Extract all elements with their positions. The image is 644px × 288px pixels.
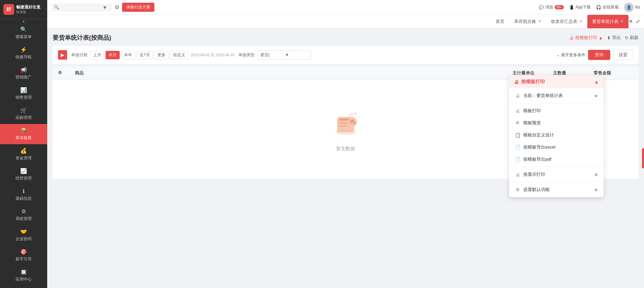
sidebar-item-企业微信[interactable]: 💬企业微信 — [0, 286, 47, 288]
default-func-left: ⚙ 设置默认功能 — [515, 187, 550, 193]
date-btn-近7天[interactable]: 近7天 — [137, 51, 153, 59]
query-btn[interactable]: 查询 — [588, 50, 610, 60]
nav-icon-2: 📢 — [20, 67, 27, 73]
nav-icon-6: 💰 — [20, 148, 27, 154]
sidebar-item-搜索菜单[interactable]: 🔍搜索菜单 — [0, 23, 47, 43]
tab-close-icon-3[interactable]: ✕ — [620, 19, 623, 24]
messages-btn[interactable]: 💬 消息 99+ — [539, 4, 564, 10]
sidebar-item-基础信息[interactable]: ℹ基础信息 — [0, 185, 47, 205]
sidebar-item-企业协同[interactable]: 🤝企业协同 — [0, 225, 47, 245]
message-icon: 💬 — [539, 5, 544, 10]
filter-expand-btn[interactable]: ▶ — [58, 50, 67, 60]
sidebar-item-快捷导航[interactable]: ⚡快捷导航 — [0, 43, 47, 63]
sidebar-item-经营管理[interactable]: 📈经营管理 — [0, 164, 47, 185]
nav-icon-1: ⚡ — [20, 46, 27, 53]
tab-close-icon-2[interactable]: ✕ — [579, 19, 582, 24]
sidebar-item-采购管理[interactable]: 🛒采购管理 — [0, 104, 47, 124]
sidebar-item-系统管理[interactable]: ⚙系统管理 — [0, 205, 47, 225]
scrollbar-indicator[interactable] — [642, 148, 644, 168]
print-btn[interactable]: 🖨 按模板打印 ▲ — [569, 35, 603, 41]
sidebar-item-营销推广[interactable]: 📢营销推广 — [0, 63, 47, 84]
print-item-icon-1: 👁 — [515, 120, 521, 126]
print-item-3[interactable]: 📄按模板导出excel — [509, 141, 604, 153]
date-btn-更多[interactable]: 更多 — [154, 51, 169, 59]
settings-filter-btn[interactable]: 设置 — [613, 50, 633, 60]
type-filter-group: 单据类型 要货( ▼ — [238, 51, 311, 60]
avatar-icon: 👤 — [624, 3, 634, 12]
sidebar-logo: 好 畅捷通好生意 标准版 — [0, 0, 47, 19]
date-btn-上月[interactable]: 上月 — [90, 51, 104, 59]
search-dropdown-btn[interactable]: ▼ — [103, 5, 107, 10]
nav-icon-12: 🔲 — [20, 269, 27, 275]
main-area: 🔍 ▼ ⚙ 体验行业方案 💬 消息 99+ 📱 App下载 🎧 在线客服 👤 — [47, 0, 644, 288]
topbar-settings-btn[interactable]: ⚙ — [115, 4, 119, 10]
tab-库存批次账[interactable]: 库存批次账✕ — [509, 15, 546, 28]
date-btn-本年[interactable]: 本年 — [121, 51, 135, 59]
nav-icon-0: 🔍 — [20, 26, 27, 33]
sidebar: 好 畅捷通好生意 标准版 ▲ 🔍搜索菜单⚡快捷导航📢营销推广📊销售管理🛒采购管理… — [0, 0, 47, 288]
date-filter-group: 单据日期 上月本月本年近7天更多自定义 2023-06-01 至 2023-06… — [71, 51, 234, 59]
sidebar-item-库存核算[interactable]: 📦库存核算 — [0, 124, 47, 144]
tab-首页[interactable]: 首页 — [491, 15, 509, 28]
display-print-item[interactable]: 🖨 按显示打印 ▶ — [509, 168, 604, 181]
print-item-4[interactable]: 📄按模板导出pdf — [509, 153, 604, 165]
search-input[interactable] — [61, 5, 101, 10]
scroll-up-btn[interactable]: ▲ — [0, 19, 47, 23]
print-current-left: 🖨 当前：要货单统计表 — [515, 93, 563, 99]
print-dropdown-chevron-up-icon: ▲ — [594, 79, 599, 85]
print-current-item[interactable]: 🖨 当前：要货单统计表 ▶ — [509, 90, 604, 102]
online-service-btn[interactable]: 🎧 在线客服 — [596, 4, 619, 10]
page-actions: 🖨 按模板打印 ▲ ⬆ 导出 ↻ 刷新 — [569, 35, 639, 41]
default-func-item[interactable]: ⚙ 设置默认功能 ▶ — [509, 184, 604, 196]
download-icon: 📱 — [569, 5, 574, 10]
app-logo-icon: 好 — [3, 4, 14, 15]
trial-btn[interactable]: 体验行业方案 — [122, 3, 154, 12]
print-icon: 🖨 — [569, 35, 574, 40]
export-btn[interactable]: ⬆ 导出 — [607, 35, 621, 41]
th-settings[interactable]: ⚙ — [53, 70, 69, 76]
sidebar-item-新手引导[interactable]: 🎯新手引导 — [0, 245, 47, 265]
tab-expand-btn[interactable]: ⤢ — [636, 18, 640, 25]
print-item-icon-4: 📄 — [515, 157, 521, 162]
print-current-section: 🖨 当前：要货单统计表 ▶ — [509, 88, 604, 103]
print-item-2[interactable]: 📋模板自定义设计 — [509, 129, 604, 141]
print-dropdown-header[interactable]: 🖨 按模板打印 ▲ — [509, 75, 604, 88]
app-download-btn[interactable]: 📱 App下载 — [569, 4, 591, 10]
date-filter-label: 单据日期 — [71, 52, 87, 58]
sidebar-item-应用中心[interactable]: 🔲应用中心 — [0, 265, 47, 286]
date-range-text: 2023-06-01 至 2023-06-30 — [191, 53, 235, 58]
select-dropdown-icon: ▼ — [285, 53, 308, 57]
app-logo-text: 畅捷通好生意 标准版 — [16, 4, 40, 15]
svg-point-7 — [355, 113, 357, 115]
current-print-icon: 🖨 — [515, 93, 521, 98]
refresh-icon: ↻ — [625, 35, 628, 40]
sidebar-item-销售管理[interactable]: 📊销售管理 — [0, 84, 47, 104]
tab-close-all-btn[interactable]: ✕ — [628, 18, 633, 25]
print-item-icon-3: 📄 — [515, 145, 521, 150]
print-item-0[interactable]: 🖨模板打印 — [509, 105, 604, 117]
svg-rect-3 — [339, 122, 349, 124]
expand-more-btn[interactable]: ⌄ 展开更多条件 — [556, 52, 585, 58]
user-avatar[interactable]: 👤 Rit — [624, 3, 640, 12]
date-btn-本月[interactable]: 本月 — [106, 51, 120, 59]
date-btn-自定义[interactable]: 自定义 — [170, 51, 188, 59]
display-print-chevron-icon: ▶ — [595, 172, 598, 177]
service-icon: 🎧 — [596, 5, 601, 10]
print-dropdown-title: 🖨 按模板打印 — [514, 79, 545, 85]
print-item-icon-2: 📋 — [515, 132, 521, 138]
print-dropdown-icon: 🖨 — [514, 79, 519, 85]
sidebar-item-资金管理[interactable]: 💰资金管理 — [0, 144, 47, 164]
tab-close-icon-1[interactable]: ✕ — [538, 19, 541, 24]
tab-要货单统计表[interactable]: 要货单统计表✕ — [587, 15, 628, 28]
type-filter-select[interactable]: 要货( ▼ — [257, 51, 311, 60]
topbar-right: 💬 消息 99+ 📱 App下载 🎧 在线客服 👤 Rit — [539, 3, 640, 12]
export-icon: ⬆ — [607, 35, 611, 40]
filter-bar: ▶ 单据日期 上月本月本年近7天更多自定义 2023-06-01 至 2023-… — [53, 46, 639, 64]
date-buttons: 上月本月本年近7天更多自定义 — [90, 51, 188, 59]
refresh-btn[interactable]: ↻ 刷新 — [625, 35, 639, 41]
tab-收发存汇总表[interactable]: 收发存汇总表✕ — [546, 15, 587, 28]
search-icon: 🔍 — [54, 5, 59, 10]
topbar-search-box: 🔍 ▼ — [51, 3, 112, 11]
nav-icon-11: 🎯 — [20, 249, 27, 255]
print-item-1[interactable]: 👁模板预览 — [509, 117, 604, 129]
